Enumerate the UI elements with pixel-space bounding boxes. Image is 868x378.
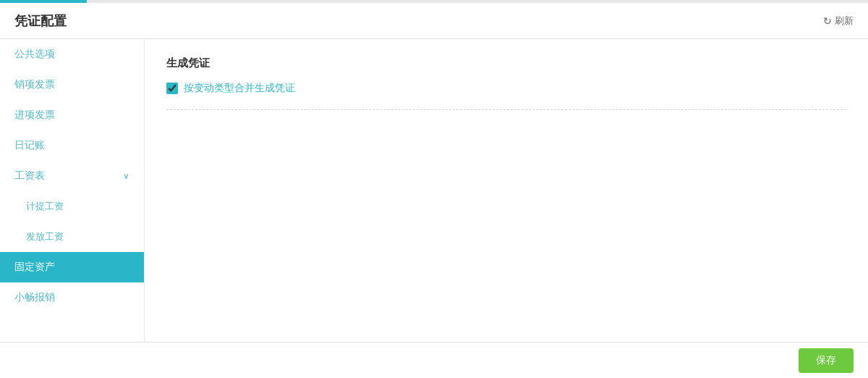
sidebar-item-label: 发放工资 — [26, 230, 64, 243]
sidebar-item-payroll-distribute[interactable]: 发放工资 — [0, 222, 144, 252]
sidebar-item-purchase-invoice[interactable]: 进项发票 — [0, 100, 144, 130]
footer: 保存 — [0, 342, 868, 378]
page-wrapper: 凭证配置 ↻ 刷新 公共选项 销项发票 进项发票 日记账 工资表 ∨ — [0, 0, 868, 378]
sidebar-item-label: 公共选项 — [14, 48, 55, 61]
page-title: 凭证配置 — [14, 12, 67, 30]
sidebar-item-fixed-assets[interactable]: 固定资产 — [0, 252, 144, 282]
merge-checkbox[interactable] — [166, 83, 178, 94]
sidebar-item-public-options[interactable]: 公共选项 — [0, 39, 144, 70]
sidebar-item-label: 工资表 — [14, 169, 45, 182]
top-tab-indicator — [0, 0, 87, 3]
sidebar-item-label: 日记账 — [14, 139, 45, 152]
merge-checkbox-label[interactable]: 按变动类型合并生成凭证 — [184, 82, 295, 95]
header: 凭证配置 ↻ 刷新 — [0, 3, 868, 39]
checkbox-row: 按变动类型合并生成凭证 — [166, 82, 846, 95]
refresh-label: 刷新 — [835, 14, 854, 28]
sidebar: 公共选项 销项发票 进项发票 日记账 工资表 ∨ 计提工资 发放工资 固定资 — [0, 39, 145, 342]
sidebar-item-label: 进项发票 — [14, 109, 55, 122]
refresh-icon: ↻ — [823, 15, 832, 27]
section-title: 生成凭证 — [166, 56, 846, 70]
section-divider — [166, 109, 846, 110]
sidebar-item-expense-claim[interactable]: 小畅报销 — [0, 282, 144, 313]
refresh-button[interactable]: ↻ 刷新 — [823, 14, 854, 28]
chevron-down-icon: ∨ — [123, 171, 129, 181]
save-button[interactable]: 保存 — [799, 348, 854, 373]
sidebar-item-label: 计提工资 — [26, 200, 64, 213]
top-tab-bar — [0, 0, 868, 3]
sidebar-item-payroll-accrual[interactable]: 计提工资 — [0, 191, 144, 222]
sidebar-item-label: 小畅报销 — [14, 291, 55, 304]
sidebar-item-sales-invoice[interactable]: 销项发票 — [0, 70, 144, 100]
body: 公共选项 销项发票 进项发票 日记账 工资表 ∨ 计提工资 发放工资 固定资 — [0, 39, 868, 342]
sidebar-item-journal[interactable]: 日记账 — [0, 130, 144, 161]
main-content: 生成凭证 按变动类型合并生成凭证 — [145, 39, 868, 342]
sidebar-item-payroll-table[interactable]: 工资表 ∨ — [0, 161, 144, 191]
sidebar-item-label: 固定资产 — [14, 261, 55, 274]
sidebar-item-label: 销项发票 — [14, 78, 55, 91]
